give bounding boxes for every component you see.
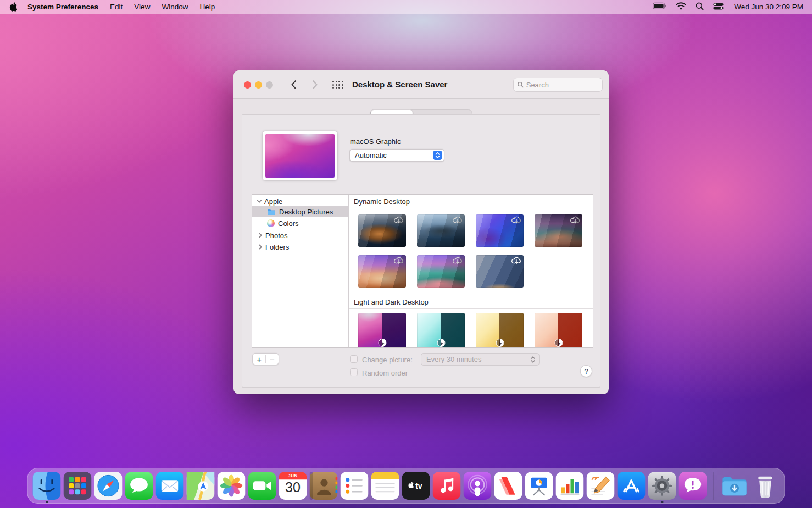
search-input[interactable] — [526, 81, 598, 89]
add-remove-control: + − — [252, 353, 279, 365]
sidebar-group-apple[interactable]: Apple — [252, 196, 348, 207]
download-icon[interactable] — [511, 256, 522, 267]
dropdown-chevrons-icon — [530, 356, 536, 363]
running-indicator — [46, 501, 48, 503]
dock-tv-icon[interactable]: tv — [402, 472, 430, 500]
wallpaper-thumb-hello-purple[interactable] — [358, 313, 406, 347]
sidebar-item-desktop-pictures[interactable]: Desktop Pictures — [252, 206, 348, 217]
forward-button[interactable] — [308, 78, 321, 91]
wallpaper-thumb-hello-red[interactable] — [535, 313, 582, 347]
source-split-view: Apple Desktop Pictures Colors — [252, 194, 593, 348]
add-source-button[interactable]: + — [253, 354, 265, 365]
system-preferences-window: Desktop & Screen Saver Desktop Screen Sa… — [233, 70, 609, 394]
download-icon[interactable] — [452, 216, 463, 227]
wallpaper-thumb-solar-gradients[interactable] — [476, 255, 524, 288]
menu-window[interactable]: Window — [162, 3, 188, 11]
light-dark-badge-icon — [437, 339, 445, 347]
monterey-graphic-preview — [265, 134, 335, 178]
dock-pages-icon[interactable] — [587, 472, 615, 500]
sidebar-item-colors[interactable]: Colors — [252, 218, 348, 229]
dock-finder-icon[interactable] — [33, 472, 61, 500]
dock-divider — [714, 472, 714, 500]
dock-app-store-icon[interactable] — [618, 472, 646, 500]
dock-notes-icon[interactable] — [371, 472, 399, 500]
zoom-button[interactable] — [266, 81, 273, 89]
dock-photos-icon[interactable] — [218, 472, 246, 500]
sidebar-group-photos[interactable]: Photos — [252, 230, 348, 241]
minimize-button[interactable] — [255, 81, 262, 89]
chevron-right-icon[interactable] — [258, 244, 263, 250]
dock-podcasts-icon[interactable] — [464, 472, 492, 500]
appearance-mode-value: Automatic — [355, 151, 433, 159]
appearance-mode-dropdown[interactable]: Automatic — [349, 149, 444, 162]
wallpaper-thumb-hello-yellow[interactable] — [476, 313, 524, 347]
help-button[interactable]: ? — [580, 365, 592, 377]
chevron-down-icon[interactable] — [257, 198, 262, 204]
wallpaper-name-label: macOS Graphic — [350, 137, 401, 146]
dock-reminders-icon[interactable] — [341, 472, 369, 500]
show-all-grid-icon[interactable] — [331, 78, 345, 91]
dock-safari-icon[interactable] — [94, 472, 123, 500]
dock-calendar-icon[interactable]: JUN 30 — [279, 472, 307, 500]
remove-source-button[interactable]: − — [266, 354, 279, 365]
sidebar-label-desktop-pictures: Desktop Pictures — [279, 208, 333, 216]
dock-news-icon[interactable] — [494, 472, 522, 500]
random-order-label: Random order — [362, 369, 408, 377]
dock-messages-icon[interactable] — [125, 472, 153, 500]
change-picture-checkbox[interactable] — [350, 355, 358, 363]
dock-trash-icon[interactable] — [752, 472, 780, 500]
spotlight-icon[interactable] — [696, 2, 704, 12]
dropdown-stepper-icon — [433, 151, 442, 160]
light-dark-badge-icon — [378, 339, 386, 347]
random-order-checkbox[interactable] — [350, 368, 358, 376]
sidebar-group-folders[interactable]: Folders — [252, 241, 348, 252]
wallpaper-thumb-the-beach[interactable] — [417, 255, 465, 288]
window-titlebar[interactable]: Desktop & Screen Saver — [233, 70, 609, 99]
wallpaper-thumb-the-desert[interactable] — [358, 255, 406, 288]
download-icon[interactable] — [511, 216, 522, 227]
download-icon[interactable] — [393, 256, 404, 267]
dock-music-icon[interactable] — [433, 472, 461, 500]
dock-maps-icon[interactable] — [187, 472, 215, 500]
menu-bar: System Preferences Edit View Window Help… — [0, 0, 812, 14]
sidebar-label-colors: Colors — [278, 219, 299, 228]
control-center-icon[interactable] — [713, 3, 724, 12]
sidebar-label-apple: Apple — [264, 197, 282, 206]
dock-launchpad-icon[interactable] — [64, 472, 92, 500]
menu-help[interactable]: Help — [199, 3, 215, 11]
dock-feedback-assistant-icon[interactable] — [679, 472, 707, 500]
menu-system-preferences[interactable]: System Preferences — [27, 3, 98, 11]
wallpaper-thumb-the-cliffs[interactable] — [358, 214, 406, 247]
interval-dropdown[interactable]: Every 30 minutes — [421, 353, 540, 366]
dock-facetime-icon[interactable] — [248, 472, 276, 500]
dock-contacts-icon[interactable] — [310, 472, 338, 500]
back-button[interactable] — [287, 78, 300, 91]
dock-numbers-icon[interactable] — [556, 472, 584, 500]
apple-menu-icon[interactable] — [9, 2, 17, 12]
download-icon[interactable] — [393, 216, 404, 227]
close-button[interactable] — [244, 81, 251, 89]
section-header-dynamic: Dynamic Desktop — [349, 195, 593, 208]
window-title: Desktop & Screen Saver — [352, 70, 447, 99]
wallpaper-thumb-the-lake[interactable] — [535, 214, 582, 247]
dock-keynote-icon[interactable] — [525, 472, 553, 500]
wallpaper-thumb-catalina[interactable] — [417, 214, 465, 247]
dock-downloads-folder-icon[interactable] — [721, 472, 749, 500]
menu-edit[interactable]: Edit — [110, 3, 123, 11]
search-field[interactable] — [513, 78, 603, 92]
wallpaper-thumb-big-sur[interactable] — [476, 214, 524, 247]
svg-text:tv: tv — [415, 482, 422, 490]
chevron-right-icon[interactable] — [258, 233, 263, 238]
download-icon[interactable] — [570, 216, 581, 227]
battery-icon[interactable] — [653, 2, 666, 12]
colors-icon — [267, 219, 275, 227]
dock-mail-icon[interactable] — [156, 472, 184, 500]
download-icon[interactable] — [452, 256, 463, 267]
dock-system-preferences-icon[interactable] — [648, 472, 676, 500]
menubar-clock[interactable]: Wed Jun 30 2:09 PM — [734, 3, 803, 11]
wifi-icon[interactable] — [676, 2, 686, 12]
folder-icon — [267, 208, 276, 216]
desktop-settings-panel: macOS Graphic Automatic Apple — [242, 114, 600, 388]
menu-view[interactable]: View — [134, 3, 150, 11]
wallpaper-thumb-hello-teal[interactable] — [417, 313, 465, 347]
